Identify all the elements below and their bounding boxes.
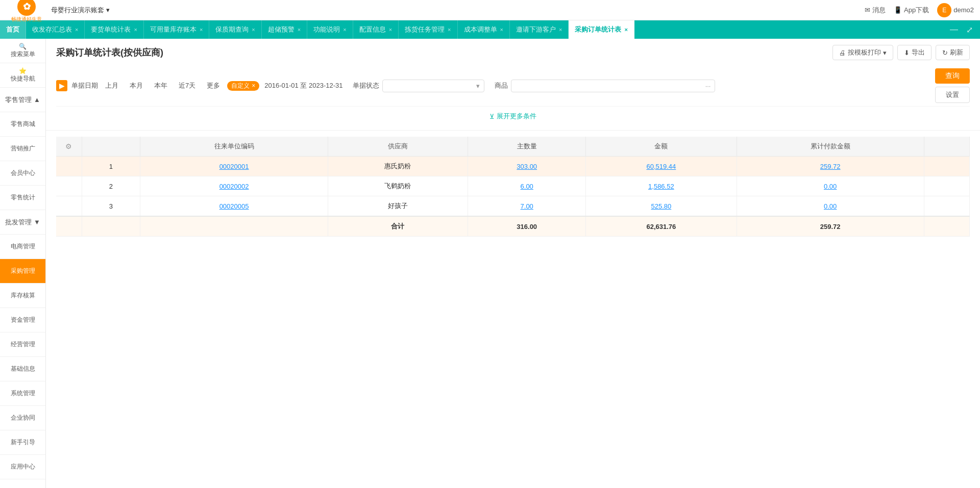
sidebar-item-basic-info[interactable]: 基础信息 bbox=[0, 357, 45, 381]
logo-icon: ✿ bbox=[17, 0, 36, 16]
sidebar-item-new-guide-label: 新手引导 bbox=[11, 438, 35, 447]
sidebar-item-new-guide[interactable]: 新手引导 bbox=[0, 430, 45, 455]
sidebar-item-ecommerce[interactable]: 电商管理 bbox=[0, 235, 45, 259]
close-tab-available-stock[interactable]: × bbox=[200, 27, 203, 33]
sidebar-item-retail-stats[interactable]: 零售统计 bbox=[0, 186, 45, 210]
custom-date-tag[interactable]: 自定义 × bbox=[227, 81, 259, 91]
tab-pick-task[interactable]: 拣货任务管理 × bbox=[399, 20, 457, 39]
close-tab-overstock[interactable]: × bbox=[298, 27, 301, 33]
cell-amount-3[interactable]: 525.80 bbox=[586, 196, 737, 217]
shortcut-more[interactable]: 更多 bbox=[203, 80, 224, 91]
print-icon: 🖨 bbox=[839, 49, 846, 57]
tab-config-info[interactable]: 配置信息 × bbox=[353, 20, 399, 39]
tab-home[interactable]: 首页 bbox=[0, 20, 26, 39]
sidebar-item-finance[interactable]: 资金管理 bbox=[0, 308, 45, 332]
close-tab-receive-summary[interactable]: × bbox=[75, 27, 78, 33]
cell-unit-code-1[interactable]: 00020001 bbox=[140, 157, 328, 176]
query-btn[interactable]: 查询 bbox=[935, 68, 970, 84]
app-download-label: App下载 bbox=[904, 6, 929, 15]
status-select[interactable]: ▾ bbox=[382, 80, 484, 92]
export-label: 导出 bbox=[912, 48, 925, 57]
sidebar-item-app-center[interactable]: 应用中心 bbox=[0, 455, 45, 479]
cell-cum-payment-1[interactable]: 259.72 bbox=[737, 157, 924, 176]
sidebar-item-system-mgmt[interactable]: 系统管理 bbox=[0, 381, 45, 406]
gear-icon[interactable]: ⚙ bbox=[65, 142, 72, 150]
footer-cell-unit-code bbox=[140, 216, 328, 237]
close-tab-goods-stats[interactable]: × bbox=[134, 27, 137, 33]
retail-mgmt-arrow-icon: ▲ bbox=[34, 96, 40, 104]
tab-function-desc-label: 功能说明 bbox=[313, 25, 340, 34]
custom-tag-close-icon[interactable]: × bbox=[252, 82, 255, 89]
cell-gear-2 bbox=[56, 176, 82, 196]
export-btn[interactable]: ⬇ 导出 bbox=[897, 45, 932, 60]
nav-maximize-btn[interactable]: ⤢ bbox=[963, 24, 976, 36]
sidebar-item-inventory[interactable]: 库存核算 bbox=[0, 284, 45, 308]
filter-status-item: 单据状态 ▾ bbox=[353, 80, 484, 92]
workspace-selector[interactable]: 母婴行业演示账套 ▾ bbox=[51, 6, 110, 15]
cell-unit-code-2[interactable]: 00020002 bbox=[140, 176, 328, 196]
close-tab-purchase-stats[interactable]: × bbox=[624, 27, 627, 33]
close-tab-function-desc[interactable]: × bbox=[343, 27, 346, 33]
sidebar-item-search-label: 搜索菜单 bbox=[11, 50, 35, 59]
close-tab-config-info[interactable]: × bbox=[389, 27, 392, 33]
sidebar-item-member-center[interactable]: 会员中心 bbox=[0, 161, 45, 186]
close-tab-cost-adjust[interactable]: × bbox=[500, 27, 503, 33]
sidebar-item-enterprise-wechat[interactable]: 企业微信 bbox=[0, 479, 45, 488]
cell-cum-payment-3[interactable]: 0.00 bbox=[737, 196, 924, 217]
shortcut-this-month[interactable]: 本月 bbox=[126, 80, 147, 91]
sidebar-item-retail-shop[interactable]: 零售商城 bbox=[0, 112, 45, 137]
app-download-btn[interactable]: 📱 App下载 bbox=[894, 6, 929, 15]
user-area[interactable]: E demo2 bbox=[937, 3, 974, 17]
tab-function-desc[interactable]: 功能说明 × bbox=[307, 20, 353, 39]
close-tab-warranty[interactable]: × bbox=[252, 27, 255, 33]
tab-goods-stats[interactable]: 要货单统计表 × bbox=[85, 20, 143, 39]
close-tab-invite-downstream[interactable]: × bbox=[559, 27, 562, 33]
filter-expand-row: ⊻ 展开更多条件 bbox=[56, 106, 970, 126]
cell-extra-2 bbox=[924, 176, 969, 196]
sidebar-item-batch-mgmt[interactable]: 批发管理 ▼ bbox=[0, 210, 45, 235]
tab-overstock[interactable]: 超储预警 × bbox=[262, 20, 307, 39]
tab-receive-summary[interactable]: 收发存汇总表 × bbox=[26, 20, 85, 39]
cell-main-qty-2[interactable]: 6.00 bbox=[468, 176, 586, 196]
cell-extra-1 bbox=[924, 157, 969, 176]
footer-label: 合计 bbox=[328, 216, 468, 237]
close-tab-pick-task[interactable]: × bbox=[448, 27, 451, 33]
col-cum-payment: 累计付款金额 bbox=[737, 137, 924, 157]
sidebar-item-purchase-mgmt[interactable]: 采购管理 bbox=[0, 259, 45, 284]
cell-amount-1[interactable]: 60,519.44 bbox=[586, 157, 737, 176]
goods-input[interactable]: ··· bbox=[511, 80, 715, 92]
filter-toggle-btn[interactable]: ▶ bbox=[56, 80, 67, 91]
refresh-btn[interactable]: ↻ 刷新 bbox=[936, 45, 970, 60]
goods-more-icon[interactable]: ··· bbox=[705, 82, 711, 90]
shortcut-last-month[interactable]: 上月 bbox=[101, 80, 122, 91]
cell-cum-payment-2[interactable]: 0.00 bbox=[737, 176, 924, 196]
date-range-value: 2016-01-01 至 2023-12-31 bbox=[264, 81, 342, 90]
tab-cost-adjust[interactable]: 成本调整单 × bbox=[458, 20, 510, 39]
print-btn[interactable]: 🖨 按模板打印 ▾ bbox=[832, 45, 893, 60]
sidebar-item-ops-mgmt[interactable]: 经营管理 bbox=[0, 332, 45, 357]
cell-main-qty-3[interactable]: 7.00 bbox=[468, 196, 586, 217]
tab-purchase-stats-label: 采购订单统计表 bbox=[575, 25, 621, 34]
tab-invite-downstream[interactable]: 邀请下游客户 × bbox=[510, 20, 569, 39]
sidebar-item-retail-mgmt[interactable]: 零售管理 ▲ bbox=[0, 88, 45, 112]
sidebar-item-quick-nav[interactable]: ⭐ 快捷导航 bbox=[0, 63, 45, 88]
sidebar-item-mkt-promo[interactable]: 营销推广 bbox=[0, 137, 45, 161]
expand-more-btn[interactable]: ⊻ 展开更多条件 bbox=[489, 110, 536, 123]
tab-cost-adjust-label: 成本调整单 bbox=[464, 25, 497, 34]
cell-main-qty-1[interactable]: 303.00 bbox=[468, 157, 586, 176]
sidebar-item-enterprise-label: 企业协同 bbox=[11, 414, 35, 422]
sidebar-item-enterprise[interactable]: 企业协同 bbox=[0, 406, 45, 430]
message-btn[interactable]: ✉ 消息 bbox=[865, 6, 886, 15]
tab-available-stock[interactable]: 可用量库存账本 × bbox=[144, 20, 209, 39]
cell-amount-2[interactable]: 1,586.52 bbox=[586, 176, 737, 196]
message-icon: ✉ bbox=[865, 6, 870, 14]
shortcut-this-year[interactable]: 本年 bbox=[150, 80, 172, 91]
tab-purchase-stats[interactable]: 采购订单统计表 × bbox=[569, 20, 634, 39]
nav-minimize-btn[interactable]: — bbox=[947, 24, 961, 35]
cell-index-3: 3 bbox=[82, 196, 140, 217]
shortcut-7-days[interactable]: 近7天 bbox=[175, 80, 200, 91]
tab-warranty[interactable]: 保质期查询 × bbox=[209, 20, 261, 39]
settings-btn[interactable]: 设置 bbox=[935, 87, 970, 103]
sidebar-item-search[interactable]: 🔍 搜索菜单 bbox=[0, 39, 45, 63]
cell-unit-code-3[interactable]: 00020005 bbox=[140, 196, 328, 217]
